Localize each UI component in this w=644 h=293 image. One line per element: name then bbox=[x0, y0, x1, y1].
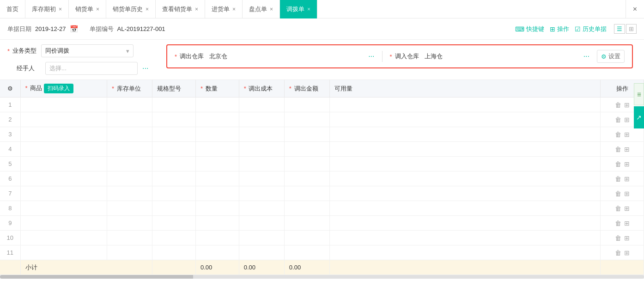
row-spec[interactable] bbox=[152, 245, 196, 260]
horizontal-scrollbar[interactable] bbox=[0, 275, 644, 279]
row-product[interactable] bbox=[20, 186, 107, 201]
row-cost[interactable] bbox=[239, 142, 284, 157]
scan-button[interactable]: 扫码录入 bbox=[44, 84, 73, 93]
copy-icon[interactable]: ⊞ bbox=[624, 146, 630, 153]
row-unit[interactable] bbox=[107, 142, 152, 157]
row-quantity[interactable] bbox=[195, 186, 239, 201]
layout-grid-btn[interactable]: ⊞ bbox=[626, 24, 637, 34]
row-product[interactable] bbox=[20, 216, 107, 231]
row-unit[interactable] bbox=[107, 98, 152, 112]
business-type-select[interactable]: 同价调拨 ▾ bbox=[41, 44, 134, 57]
row-available[interactable] bbox=[329, 201, 600, 216]
tab-view-sales-close[interactable]: × bbox=[195, 6, 198, 12]
copy-icon[interactable]: ⊞ bbox=[624, 220, 630, 227]
row-quantity[interactable] bbox=[195, 245, 239, 260]
shortcut-button[interactable]: ⌨ 快捷键 bbox=[515, 25, 544, 33]
window-close-button[interactable]: × bbox=[626, 0, 644, 18]
row-available[interactable] bbox=[329, 245, 600, 260]
row-amount[interactable] bbox=[284, 216, 329, 231]
row-cost[interactable] bbox=[239, 157, 284, 171]
row-available[interactable] bbox=[329, 157, 600, 171]
row-amount[interactable] bbox=[284, 112, 329, 127]
row-available[interactable] bbox=[329, 231, 600, 245]
handler-select[interactable]: 选择... bbox=[45, 62, 138, 75]
row-available[interactable] bbox=[329, 127, 600, 142]
row-product[interactable] bbox=[20, 201, 107, 216]
calendar-icon[interactable]: 📅 bbox=[70, 25, 79, 33]
row-quantity[interactable] bbox=[195, 216, 239, 231]
row-spec[interactable] bbox=[152, 171, 196, 186]
row-spec[interactable] bbox=[152, 231, 196, 245]
row-spec[interactable] bbox=[152, 216, 196, 231]
tab-home[interactable]: 首页 bbox=[0, 0, 25, 18]
copy-icon[interactable]: ⊞ bbox=[624, 190, 630, 197]
tab-view-sales[interactable]: 查看销货单 × bbox=[156, 0, 205, 18]
row-amount[interactable] bbox=[284, 157, 329, 171]
row-amount[interactable] bbox=[284, 201, 329, 216]
row-available[interactable] bbox=[329, 186, 600, 201]
row-unit[interactable] bbox=[107, 157, 152, 171]
copy-icon[interactable]: ⊞ bbox=[624, 249, 630, 256]
row-quantity[interactable] bbox=[195, 231, 239, 245]
tab-transfer-close[interactable]: × bbox=[307, 6, 310, 12]
row-amount[interactable] bbox=[284, 186, 329, 201]
tab-sales-history[interactable]: 销货单历史 × bbox=[106, 0, 156, 18]
row-quantity[interactable] bbox=[195, 98, 239, 112]
row-product[interactable] bbox=[20, 127, 107, 142]
tab-stocktake-close[interactable]: × bbox=[270, 6, 273, 12]
row-cost[interactable] bbox=[239, 127, 284, 142]
row-product[interactable] bbox=[20, 157, 107, 171]
copy-icon[interactable]: ⊞ bbox=[624, 175, 630, 183]
row-available[interactable] bbox=[329, 216, 600, 231]
delete-icon[interactable]: 🗑 bbox=[615, 220, 621, 227]
delete-icon[interactable]: 🗑 bbox=[615, 205, 621, 212]
row-amount[interactable] bbox=[284, 171, 329, 186]
row-available[interactable] bbox=[329, 112, 600, 127]
row-unit[interactable] bbox=[107, 245, 152, 260]
row-unit[interactable] bbox=[107, 171, 152, 186]
row-cost[interactable] bbox=[239, 231, 284, 245]
delete-icon[interactable]: 🗑 bbox=[615, 249, 621, 256]
layout-list-btn[interactable]: ☰ bbox=[614, 24, 625, 34]
row-cost[interactable] bbox=[239, 201, 284, 216]
row-cost[interactable] bbox=[239, 186, 284, 201]
row-cost[interactable] bbox=[239, 216, 284, 231]
right-panel-btn-1[interactable]: ☰ bbox=[634, 83, 644, 105]
row-spec[interactable] bbox=[152, 112, 196, 127]
row-quantity[interactable] bbox=[195, 142, 239, 157]
settings-button[interactable]: ⚙ 设置 bbox=[597, 50, 625, 63]
row-product[interactable] bbox=[20, 142, 107, 157]
row-available[interactable] bbox=[329, 98, 600, 112]
row-amount[interactable] bbox=[284, 98, 329, 112]
row-amount[interactable] bbox=[284, 142, 329, 157]
copy-icon[interactable]: ⊞ bbox=[624, 116, 630, 123]
row-amount[interactable] bbox=[284, 231, 329, 245]
row-product[interactable] bbox=[20, 112, 107, 127]
row-product[interactable] bbox=[20, 245, 107, 260]
row-available[interactable] bbox=[329, 142, 600, 157]
row-product[interactable] bbox=[20, 231, 107, 245]
tab-sales-history-close[interactable]: × bbox=[146, 6, 149, 12]
row-cost[interactable] bbox=[239, 98, 284, 112]
row-spec[interactable] bbox=[152, 201, 196, 216]
row-product[interactable] bbox=[20, 171, 107, 186]
row-unit[interactable] bbox=[107, 112, 152, 127]
warehouse-out-more-btn[interactable]: ··· bbox=[368, 52, 374, 61]
row-cost[interactable] bbox=[239, 245, 284, 260]
operate-button[interactable]: ⊞ 操作 bbox=[550, 25, 569, 33]
row-spec[interactable] bbox=[152, 142, 196, 157]
row-product[interactable] bbox=[20, 98, 107, 112]
delete-icon[interactable]: 🗑 bbox=[615, 234, 621, 242]
delete-icon[interactable]: 🗑 bbox=[615, 146, 621, 153]
delete-icon[interactable]: 🗑 bbox=[615, 190, 621, 197]
row-spec[interactable] bbox=[152, 186, 196, 201]
tab-purchase[interactable]: 进货单 × bbox=[205, 0, 243, 18]
delete-icon[interactable]: 🗑 bbox=[615, 160, 621, 168]
tab-inventory-init-close[interactable]: × bbox=[59, 6, 62, 12]
tab-stocktake[interactable]: 盘点单 × bbox=[243, 0, 280, 18]
row-quantity[interactable] bbox=[195, 112, 239, 127]
copy-icon[interactable]: ⊞ bbox=[624, 205, 630, 212]
th-settings[interactable]: ⚙ bbox=[0, 80, 20, 98]
warehouse-in-more-btn[interactable]: ··· bbox=[583, 52, 589, 61]
history-button[interactable]: ☑ 历史单据 bbox=[575, 25, 607, 33]
